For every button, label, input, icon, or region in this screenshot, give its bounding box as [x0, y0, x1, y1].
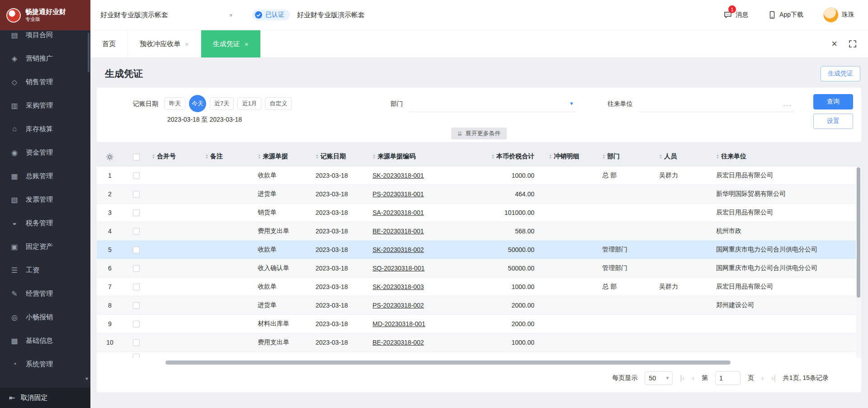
- page-number-input[interactable]: [715, 371, 741, 385]
- column-header-writeoff-detail[interactable]: ▲▼冲销明细: [546, 147, 599, 166]
- date-filter-yesterday[interactable]: 昨天: [165, 97, 185, 110]
- table-row[interactable]: 5 收款单 2023-03-18 SK-20230318-002 50000.0…: [97, 240, 861, 259]
- row-checkbox[interactable]: [133, 247, 140, 253]
- generate-voucher-button[interactable]: 生成凭证: [821, 66, 860, 81]
- user-menu[interactable]: 珠珠: [823, 7, 854, 23]
- sidebar-item-base-info[interactable]: ▩ 基础信息: [0, 329, 90, 352]
- tab-home[interactable]: 首页: [90, 30, 127, 57]
- department-select[interactable]: ▾: [409, 95, 576, 112]
- account-book-selector[interactable]: 好业财专业版演示帐套 ▾: [100, 11, 232, 19]
- sidebar-item-operations[interactable]: ✎ 经营管理: [0, 282, 90, 305]
- row-checkbox[interactable]: [133, 284, 140, 290]
- row-checkbox[interactable]: [133, 339, 140, 346]
- row-checkbox[interactable]: [133, 228, 140, 235]
- row-checkbox[interactable]: [133, 172, 140, 179]
- sidebar-item-funds[interactable]: ◉ 资金管理: [0, 141, 90, 164]
- fullscreen-icon[interactable]: [849, 40, 856, 47]
- per-page-select[interactable]: 50 ▾: [645, 371, 673, 385]
- messages-button[interactable]: 消息 1: [723, 10, 748, 19]
- column-header-posting-date[interactable]: ▲▼记账日期: [313, 147, 370, 166]
- sort-icon[interactable]: ▲▼: [716, 154, 719, 159]
- sidebar-item-project-contract[interactable]: ▤ 项目合同: [0, 30, 90, 47]
- source-doc-link[interactable]: SK-20230318-002: [373, 246, 424, 253]
- column-settings-gear-icon[interactable]: [106, 153, 113, 161]
- settings-button[interactable]: 设置: [813, 114, 853, 129]
- table-row[interactable]: 9 材料出库单 2023-03-18 MD-20230318-001 2000.…: [97, 314, 861, 333]
- sidebar-item-inventory[interactable]: ⌂ 库存核算: [0, 117, 90, 141]
- sidebar-item-invoice[interactable]: ▧ 发票管理: [0, 188, 90, 211]
- column-header-source-doc-code[interactable]: ▲▼来源单据编码: [370, 147, 466, 166]
- column-header-amount[interactable]: ▲▼本币价税合计: [466, 147, 546, 166]
- sort-icon[interactable]: ▲▼: [258, 154, 261, 159]
- vertical-scrollbar-thumb[interactable]: [857, 167, 860, 298]
- source-doc-link[interactable]: PS-20230318-001: [373, 190, 424, 198]
- table-row[interactable]: 1 收款单 2023-03-18 SK-20230318-001 1000.00…: [97, 166, 861, 185]
- expand-more-conditions-button[interactable]: ⇊ 展开更多条件: [451, 128, 507, 139]
- sort-icon[interactable]: ▲▼: [316, 154, 319, 159]
- table-row[interactable]: 2 进货单 2023-03-18 PS-20230318-001 464.00 …: [97, 185, 861, 203]
- certified-badge[interactable]: 已认证: [252, 9, 290, 20]
- select-all-checkbox[interactable]: [133, 154, 140, 161]
- sidebar-item-procurement[interactable]: ▥ 采购管理: [0, 94, 90, 117]
- column-header-merge-no[interactable]: ▲▼合并号: [149, 147, 203, 166]
- sort-icon[interactable]: ▲▼: [152, 154, 155, 159]
- column-header-partner[interactable]: ▲▼往来单位: [713, 147, 861, 166]
- date-filter-last-month[interactable]: 近1月: [237, 97, 261, 110]
- sidebar-item-system[interactable]: ◔ 系统管理: [0, 352, 90, 376]
- sidebar-item-expense[interactable]: ◎ 小畅报销: [0, 305, 90, 329]
- close-all-icon[interactable]: ×: [831, 39, 837, 49]
- sidebar-item-fixed-assets[interactable]: ▣ 固定资产: [0, 235, 90, 258]
- horizontal-scrollbar-thumb[interactable]: [165, 361, 731, 365]
- source-doc-link[interactable]: PS-20230318-002: [373, 302, 424, 309]
- sort-icon[interactable]: ▲▼: [602, 154, 605, 159]
- table-row[interactable]: 10 费用支出单 2023-03-18 BE-20230318-002 1000…: [97, 333, 861, 351]
- sidebar-item-general-ledger[interactable]: ▦ 总账管理: [0, 164, 90, 188]
- table-row[interactable]: 4 费用支出单 2023-03-18 BE-20230318-001 568.0…: [97, 222, 861, 240]
- unpin-sidebar-button[interactable]: ⇤ 取消固定: [0, 388, 90, 408]
- column-header-person[interactable]: ▲▼人员: [656, 147, 713, 166]
- row-checkbox[interactable]: [133, 209, 140, 216]
- sort-icon[interactable]: ▲▼: [659, 154, 662, 159]
- sidebar-item-tax[interactable]: ◒ 税务管理: [0, 211, 90, 235]
- row-checkbox[interactable]: [133, 191, 140, 198]
- tab-close-icon[interactable]: ×: [185, 40, 189, 48]
- source-doc-link[interactable]: SK-20230318-001: [373, 172, 424, 179]
- app-download-button[interactable]: App下载: [768, 11, 803, 19]
- source-doc-link[interactable]: MD-20230318-001: [373, 320, 425, 327]
- source-doc-link[interactable]: SQ-20230318-001: [373, 265, 425, 272]
- row-checkbox[interactable]: [133, 302, 140, 309]
- tab-close-icon[interactable]: ×: [245, 40, 249, 48]
- date-filter-custom[interactable]: 自定义: [265, 97, 292, 110]
- table-row[interactable]: 6 收入确认单 2023-03-18 SQ-20230318-001 50000…: [97, 259, 861, 277]
- table-row[interactable]: 3 销货单 2023-03-18 SA-20230318-001 101000.…: [97, 203, 861, 222]
- sidebar-item-sales[interactable]: ◇ 销售管理: [0, 70, 90, 94]
- source-doc-link[interactable]: SA-20230318-001: [373, 209, 424, 216]
- tab-generate-voucher[interactable]: 生成凭证 ×: [201, 30, 260, 57]
- column-header-note[interactable]: ▲▼备注: [203, 147, 255, 166]
- tab-prepaid-writeoff[interactable]: 预收冲应收单 ×: [127, 30, 201, 57]
- source-doc-link[interactable]: BE-20230318-001: [373, 228, 424, 235]
- source-doc-link[interactable]: SK-20230318-003: [373, 283, 424, 290]
- column-header-source-doc[interactable]: ▲▼来源单据: [255, 147, 313, 166]
- table-row[interactable]: 7 收款单 2023-03-18 SK-20230318-003 1000.00…: [97, 277, 861, 296]
- sidebar-item-marketing[interactable]: ◈ 营销推广: [0, 47, 90, 70]
- sidebar-scroll-down-icon[interactable]: ▾: [85, 375, 88, 382]
- sidebar-scrollbar-thumb[interactable]: [88, 33, 90, 72]
- partner-input[interactable]: ...: [639, 95, 794, 112]
- sort-icon[interactable]: ▲▼: [373, 154, 376, 159]
- table-row[interactable]: 8 进货单 2023-03-18 PS-20230318-002 2000.00…: [97, 296, 861, 314]
- column-header-department[interactable]: ▲▼部门: [599, 147, 656, 166]
- source-doc-link[interactable]: BE-20230318-002: [373, 339, 424, 346]
- prev-page-button[interactable]: ‹: [692, 374, 694, 383]
- date-range-value[interactable]: 2023-03-18 至 2023-03-18: [167, 116, 295, 124]
- first-page-button[interactable]: |‹: [680, 374, 684, 383]
- sort-icon[interactable]: ▲▼: [491, 154, 495, 159]
- sidebar-item-payroll[interactable]: ☰ 工资: [0, 258, 90, 282]
- last-page-button[interactable]: ›|: [771, 374, 776, 383]
- row-checkbox[interactable]: [133, 265, 140, 272]
- search-button[interactable]: 查询: [813, 94, 853, 109]
- row-checkbox[interactable]: [133, 354, 140, 358]
- partner-picker-ellipsis-icon[interactable]: ...: [783, 100, 792, 108]
- column-header-settings[interactable]: [97, 147, 123, 166]
- sort-icon[interactable]: ▲▼: [205, 154, 208, 159]
